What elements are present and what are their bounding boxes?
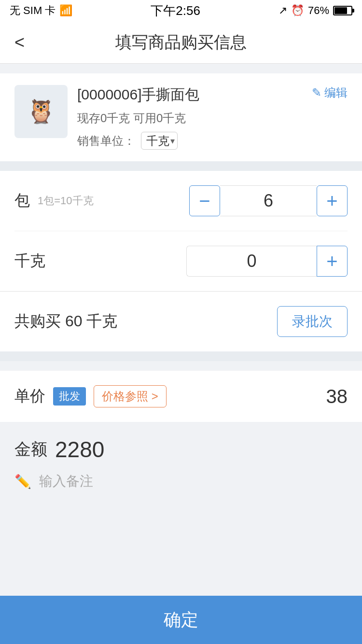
product-unit-row: 销售单位： 千克: [77, 132, 348, 150]
bag-hint: 1包=10千克: [38, 194, 94, 208]
summary-row: 共购买 60 千克 录批次: [0, 291, 362, 351]
bag-minus-button[interactable]: −: [189, 185, 220, 216]
bag-number-control: − +: [189, 185, 348, 216]
status-right: ↗ ⏰ 76%: [278, 4, 352, 17]
bag-input[interactable]: [220, 185, 317, 216]
edit-icon: ✎: [312, 86, 321, 99]
product-stock: 现存0千克 可用0千克: [77, 111, 348, 126]
kg-input[interactable]: [186, 246, 317, 277]
input-section: 包 1包=10千克 − + 千克 +: [0, 171, 362, 291]
kg-plus-button[interactable]: +: [317, 246, 348, 277]
price-value: 38: [326, 386, 348, 407]
status-time: 下午2:56: [151, 2, 200, 19]
bag-input-row: 包 1包=10千克 − +: [14, 171, 348, 231]
amount-value: 2280: [55, 436, 104, 462]
price-ref-label: 价格参照 >: [102, 389, 158, 404]
page-title: 填写商品购买信息: [115, 31, 247, 54]
carrier-text: 无 SIM 卡: [10, 3, 56, 18]
kg-input-row: 千克 +: [14, 231, 348, 291]
amount-section: 金额 2280 ✏️ 输入备注: [0, 422, 362, 505]
product-image: 🦉: [14, 85, 68, 138]
back-button[interactable]: <: [10, 28, 29, 57]
battery-icon: [333, 6, 352, 15]
kg-label: 千克: [14, 251, 45, 272]
separator-1: [0, 161, 362, 171]
edit-label: 编辑: [324, 85, 348, 100]
status-bar: 无 SIM 卡 📶 下午2:56 ↗ ⏰ 76%: [0, 0, 362, 21]
status-carrier: 无 SIM 卡 📶: [10, 3, 72, 18]
separator-2: [0, 351, 362, 361]
remark-row[interactable]: ✏️ 输入备注: [14, 472, 348, 490]
kg-text: 千克: [14, 251, 45, 272]
edit-button[interactable]: ✎ 编辑: [312, 85, 348, 100]
price-row: 单价 批发 价格参照 > 38: [14, 385, 348, 407]
price-label: 单价: [14, 386, 45, 407]
nav-bar: < 填写商品购买信息: [0, 21, 362, 64]
unit-label: 销售单位：: [77, 133, 135, 149]
price-tag: 批发: [53, 387, 86, 406]
battery-percent: 76%: [308, 4, 329, 17]
unit-select-wrapper[interactable]: 千克: [141, 132, 178, 150]
location-icon: ↗: [278, 4, 287, 17]
product-info: [0000006]手撕面包 现存0千克 可用0千克 销售单位： 千克: [77, 85, 348, 150]
batch-button[interactable]: 录批次: [277, 306, 348, 337]
price-section: 单价 批发 价格参照 > 38: [0, 371, 362, 422]
product-name: [0000006]手撕面包: [77, 85, 348, 105]
kg-number-control: +: [186, 246, 348, 277]
wifi-icon: 📶: [59, 4, 72, 17]
summary-text: 共购买 60 千克: [14, 311, 117, 332]
product-logo-icon: 🦉: [27, 98, 56, 125]
amount-row: 金额 2280: [14, 436, 348, 462]
price-ref-button[interactable]: 价格参照 >: [94, 385, 167, 407]
confirm-button[interactable]: 确定: [0, 596, 362, 644]
bag-plus-button[interactable]: +: [317, 185, 348, 216]
alarm-icon: ⏰: [291, 4, 304, 17]
remark-label: 输入备注: [39, 472, 93, 490]
product-card: 🦉 [0000006]手撕面包 现存0千克 可用0千克 销售单位： 千克 ✎ 编…: [0, 73, 362, 161]
unit-select[interactable]: 千克: [141, 132, 178, 150]
pencil-icon: ✏️: [14, 474, 31, 490]
amount-label: 金额: [14, 438, 47, 461]
bag-label: 包 1包=10千克: [14, 190, 94, 211]
bag-text: 包: [14, 190, 30, 211]
